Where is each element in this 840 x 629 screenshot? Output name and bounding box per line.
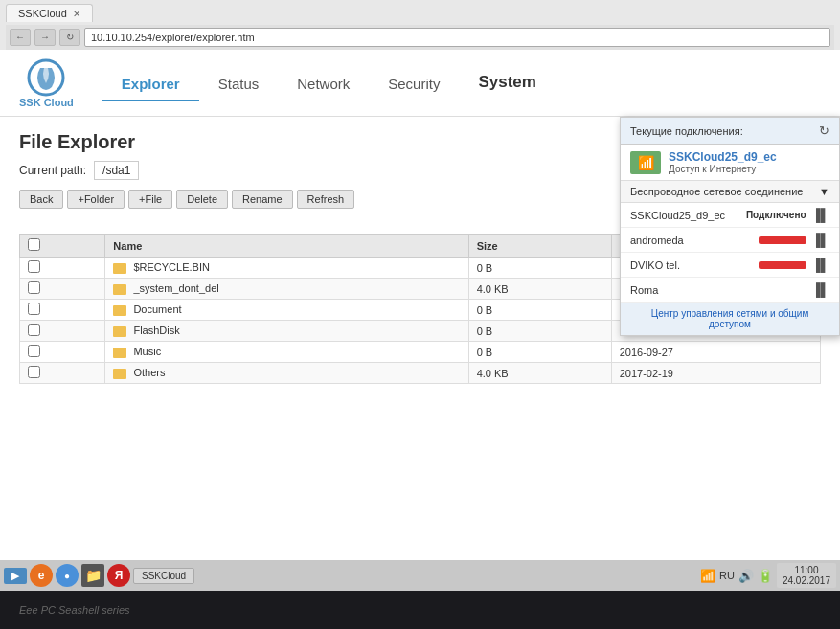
row-checkbox[interactable] bbox=[20, 258, 105, 279]
taskbar-active-item[interactable]: SSKCloud bbox=[133, 568, 194, 584]
delete-button[interactable]: Delete bbox=[176, 190, 228, 209]
col-checkbox bbox=[20, 235, 105, 258]
tab-title: SSKCloud bbox=[18, 8, 67, 19]
select-all-checkbox[interactable] bbox=[28, 238, 40, 251]
section-header-text: Беспроводное сетевое соединение bbox=[630, 186, 803, 197]
refresh-button[interactable]: Refresh bbox=[297, 190, 355, 209]
row-size: 0 B bbox=[468, 342, 611, 363]
popup-refresh-icon[interactable]: ↻ bbox=[819, 124, 829, 138]
net-name-1: SSKCloud25_d9_ec bbox=[630, 210, 740, 221]
back-button[interactable]: Back bbox=[19, 190, 63, 209]
taskbar-item-label: SSKCloud bbox=[142, 571, 186, 581]
signal-icon-4: ▐▌ bbox=[812, 282, 829, 297]
row-name: $RECYCLE.BIN bbox=[105, 258, 468, 279]
volume-tray-icon: 🔊 bbox=[738, 569, 754, 583]
top-nav: SSK Cloud Explorer Status Network Securi… bbox=[0, 50, 840, 117]
row-name: Document bbox=[105, 300, 468, 321]
net-name-4: Roma bbox=[630, 284, 806, 296]
browser-content: SSK Cloud Explorer Status Network Securi… bbox=[0, 50, 840, 560]
connected-network-name: SSKCloud25_d9_ec bbox=[669, 150, 777, 164]
wifi-connected-icon: 📶 bbox=[630, 151, 661, 174]
row-size: 0 B bbox=[468, 300, 611, 321]
refresh-button[interactable]: ↻ bbox=[59, 29, 80, 46]
row-size: 4.0 KB bbox=[468, 279, 611, 300]
ie-icon[interactable]: e bbox=[30, 564, 53, 587]
tray-lang: RU bbox=[719, 570, 735, 581]
signal-icon-3: ▐▌ bbox=[812, 258, 829, 272]
row-name: Others bbox=[105, 363, 468, 384]
nav-system[interactable]: System bbox=[459, 65, 555, 101]
current-path-label: Current path: bbox=[19, 164, 86, 177]
popup-section-header: Беспроводное сетевое соединение ▼ bbox=[621, 181, 839, 203]
chrome-icon[interactable]: ● bbox=[56, 564, 79, 587]
nav-explorer[interactable]: Explorer bbox=[102, 68, 199, 101]
start-button[interactable]: ▶ bbox=[4, 568, 27, 584]
logo-icon bbox=[27, 58, 65, 97]
add-folder-button[interactable]: +Folder bbox=[67, 190, 125, 209]
network-list-item[interactable]: Roma ▐▌ bbox=[621, 278, 839, 303]
connected-info: SSKCloud25_d9_ec Доступ к Интернету bbox=[669, 150, 777, 174]
network-popup: Текущие подключения: ↻ 📶 SSKCloud25_d9_e… bbox=[620, 117, 840, 336]
row-checkbox[interactable] bbox=[20, 342, 105, 363]
row-checkbox[interactable] bbox=[20, 300, 105, 321]
bottom-bezel: Eee PC Seashell series bbox=[0, 591, 840, 629]
table-row[interactable]: Music 0 B 2016-09-27 bbox=[20, 342, 821, 363]
address-bar[interactable] bbox=[84, 28, 830, 47]
nav-security[interactable]: Security bbox=[369, 68, 459, 101]
section-header-icon[interactable]: ▼ bbox=[819, 186, 829, 197]
rename-button[interactable]: Rename bbox=[232, 190, 293, 209]
network-list-item[interactable]: SSKCloud25_d9_ec Подключено ▐▌ bbox=[621, 203, 839, 228]
clock-date: 24.02.2017 bbox=[783, 575, 830, 586]
net-name-2: andromeda bbox=[630, 235, 753, 246]
system-tray: 📶 RU 🔊 🔋 11:00 24.02.2017 bbox=[700, 563, 836, 588]
net-status-1: Подключено bbox=[746, 210, 806, 220]
network-list-item[interactable]: DVIKO tel. ▐▌ bbox=[621, 253, 839, 278]
table-row[interactable]: Others 4.0 KB 2017-02-19 bbox=[20, 363, 821, 384]
col-name: Name bbox=[105, 235, 468, 258]
row-name: FlashDisk bbox=[105, 321, 468, 342]
row-size: 0 B bbox=[468, 321, 611, 342]
clock-area: 11:00 24.02.2017 bbox=[777, 563, 836, 588]
popup-footer[interactable]: Центр управления сетями и общим доступом bbox=[621, 303, 839, 335]
current-path-value: /sda1 bbox=[94, 161, 139, 180]
bezel-text: Eee PC Seashell series bbox=[19, 604, 130, 616]
yandex-icon[interactable]: Я bbox=[107, 564, 130, 587]
logo-text: SSK Cloud bbox=[19, 97, 74, 108]
signal-icon-2: ▐▌ bbox=[812, 233, 829, 247]
nav-links: Explorer Status Network Security System bbox=[102, 65, 821, 101]
row-date: 2016-09-27 bbox=[611, 342, 820, 363]
popup-connected-item: 📶 SSKCloud25_d9_ec Доступ к Интернету bbox=[621, 145, 839, 181]
connected-network-desc: Доступ к Интернету bbox=[669, 164, 777, 174]
clock-time: 11:00 bbox=[783, 565, 830, 575]
network-tray-icon: 📶 bbox=[700, 569, 715, 583]
row-name: _system_dont_del bbox=[105, 279, 468, 300]
popup-header: Текущие подключения: ↻ bbox=[621, 118, 839, 145]
nav-network[interactable]: Network bbox=[278, 68, 369, 101]
add-file-button[interactable]: +File bbox=[128, 190, 172, 209]
redacted-bar-3 bbox=[759, 261, 806, 269]
net-name-3: DVIKO tel. bbox=[630, 259, 753, 271]
folder-taskbar-icon[interactable]: 📁 bbox=[81, 564, 104, 587]
taskbar: ▶ e ● 📁 Я SSKCloud 📶 RU 🔊 🔋 11:00 24.02.… bbox=[0, 560, 840, 591]
network-list-item[interactable]: andromeda ▐▌ bbox=[621, 228, 839, 253]
row-name: Music bbox=[105, 342, 468, 363]
tab-close-icon[interactable]: ✕ bbox=[73, 9, 80, 19]
battery-tray-icon: 🔋 bbox=[758, 569, 773, 583]
nav-status[interactable]: Status bbox=[199, 68, 279, 101]
row-checkbox[interactable] bbox=[20, 363, 105, 384]
row-date: 2017-02-19 bbox=[611, 363, 820, 384]
signal-icon-1: ▐▌ bbox=[812, 208, 829, 222]
logo-area: SSK Cloud bbox=[19, 58, 74, 108]
back-button[interactable]: ← bbox=[10, 29, 31, 46]
browser-tab[interactable]: SSKCloud ✕ bbox=[6, 4, 93, 22]
forward-button[interactable]: → bbox=[34, 29, 56, 46]
row-checkbox[interactable] bbox=[20, 321, 105, 342]
popup-header-text: Текущие подключения: bbox=[630, 125, 743, 137]
row-size: 4.0 KB bbox=[468, 363, 611, 384]
webpage: SSK Cloud Explorer Status Network Securi… bbox=[0, 50, 840, 560]
redacted-bar-2 bbox=[759, 236, 806, 244]
row-checkbox[interactable] bbox=[20, 279, 105, 300]
col-size: Size bbox=[468, 235, 611, 258]
row-size: 0 B bbox=[468, 258, 611, 279]
